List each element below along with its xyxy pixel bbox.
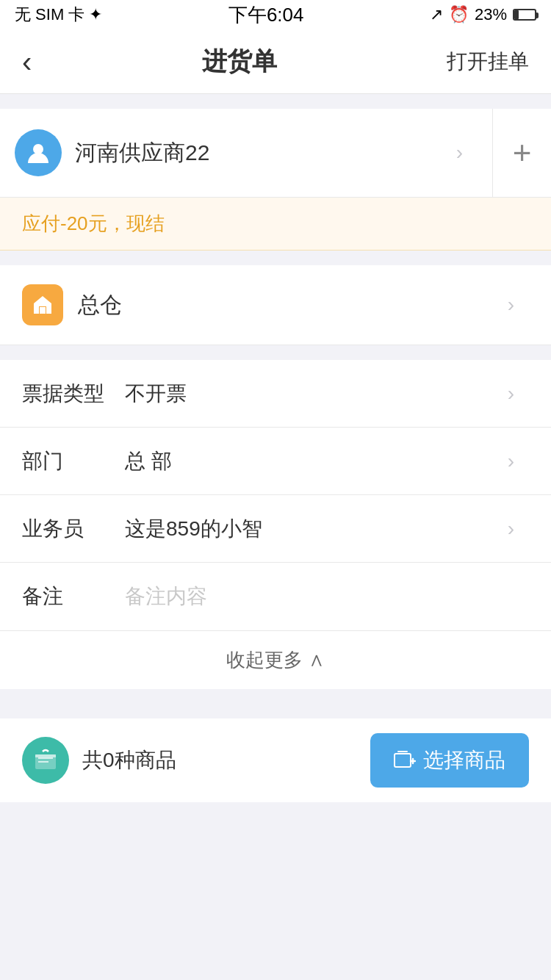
department-row[interactable]: 部门 总 部 › xyxy=(0,428,551,495)
invoice-type-label: 票据类型 xyxy=(22,380,118,408)
salesperson-row[interactable]: 业务员 这是859的小智 › xyxy=(0,495,551,563)
goods-icon xyxy=(32,747,59,774)
remark-value[interactable] xyxy=(118,585,529,608)
warehouse-name: 总仓 xyxy=(78,290,508,320)
remark-row[interactable]: 备注 xyxy=(0,563,551,630)
status-time: 下午6:04 xyxy=(228,2,304,28)
alarm-icon: ⏰ xyxy=(449,5,469,24)
notice-banner: 应付-20元，现结 xyxy=(0,198,551,251)
svg-rect-4 xyxy=(38,757,53,759)
remark-input[interactable] xyxy=(125,585,529,608)
svg-rect-6 xyxy=(395,754,411,767)
status-right: ↗ ⏰ 23% xyxy=(430,5,536,24)
gap-2 xyxy=(0,689,551,704)
collapse-label: 收起更多 ∧ xyxy=(226,647,324,673)
warehouse-chevron: › xyxy=(508,293,514,317)
battery-icon xyxy=(513,9,536,21)
select-goods-icon xyxy=(394,750,416,771)
supplier-avatar xyxy=(15,129,62,176)
goods-count: 共0种商品 xyxy=(82,746,370,774)
select-goods-button[interactable]: 选择商品 xyxy=(370,733,529,788)
svg-rect-2 xyxy=(40,307,46,314)
form-section: 票据类型 不开票 › 部门 总 部 › 业务员 这是859的小智 › 备注 xyxy=(0,360,551,630)
status-bar: 无 SIM 卡 ✦ 下午6:04 ↗ ⏰ 23% xyxy=(0,0,551,29)
page-title: 进货单 xyxy=(202,45,277,79)
open-pending-button[interactable]: 打开挂单 xyxy=(447,48,529,76)
bottom-bar: 共0种商品 选择商品 xyxy=(0,718,551,802)
select-goods-label: 选择商品 xyxy=(423,746,505,774)
svg-point-0 xyxy=(33,144,43,154)
salesperson-value: 这是859的小智 xyxy=(118,515,508,543)
salesperson-label: 业务员 xyxy=(22,515,118,543)
nav-bar: ‹ 进货单 打开挂单 xyxy=(0,29,551,94)
warehouse-icon-wrap xyxy=(22,284,63,325)
supplier-chevron: › xyxy=(456,141,463,165)
sim-label: 无 SIM 卡 ✦ xyxy=(15,4,102,26)
add-supplier-button[interactable]: + xyxy=(492,109,551,197)
back-button[interactable]: ‹ xyxy=(22,47,32,76)
location-icon: ↗ xyxy=(430,5,443,24)
invoice-chevron: › xyxy=(508,382,514,406)
supplier-section: 河南供应商22 › + xyxy=(0,109,551,198)
svg-rect-5 xyxy=(38,761,48,763)
status-left: 无 SIM 卡 ✦ xyxy=(15,4,102,26)
battery-label: 23% xyxy=(475,5,507,24)
page-background xyxy=(0,802,551,980)
goods-icon-wrap xyxy=(22,737,69,784)
supplier-name: 河南供应商22 xyxy=(75,138,443,168)
department-value: 总 部 xyxy=(118,447,508,475)
gap-1 xyxy=(0,94,551,109)
invoice-type-value: 不开票 xyxy=(118,380,508,408)
salesperson-chevron: › xyxy=(508,517,514,541)
person-icon xyxy=(25,140,51,166)
supplier-row[interactable]: 河南供应商22 › xyxy=(0,109,492,197)
warehouse-row[interactable]: 总仓 › xyxy=(0,265,551,345)
remark-label: 备注 xyxy=(22,583,118,610)
department-label: 部门 xyxy=(22,447,118,475)
warehouse-section: 总仓 › xyxy=(0,265,551,345)
department-chevron: › xyxy=(508,450,514,473)
invoice-type-row[interactable]: 票据类型 不开票 › xyxy=(0,360,551,428)
collapse-row[interactable]: 收起更多 ∧ xyxy=(0,630,551,689)
warehouse-icon xyxy=(31,293,54,317)
